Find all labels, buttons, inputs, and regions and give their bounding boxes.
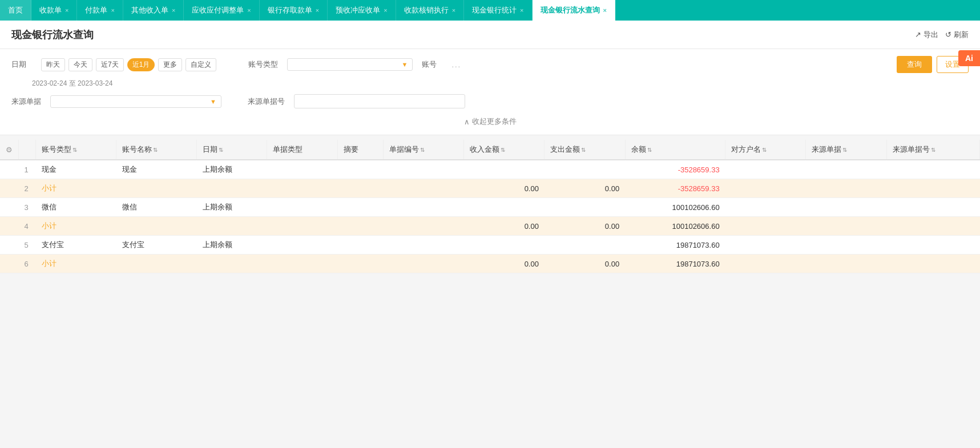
th-index xyxy=(19,140,36,160)
source-doc-arrow: ▼ xyxy=(210,98,216,105)
nav-item-银行存取款单[interactable]: 银行存取款单× xyxy=(260,0,328,21)
row-income: 0.00 xyxy=(464,179,545,198)
ai-assistant-badge[interactable]: Ai xyxy=(958,50,980,66)
row-doc-type xyxy=(267,179,337,198)
nav-item-首页[interactable]: 首页 xyxy=(0,0,31,21)
nav-close-icon[interactable]: × xyxy=(247,7,251,14)
row-counterparty xyxy=(725,255,806,273)
row-counterparty xyxy=(725,198,806,217)
nav-item-付款单[interactable]: 付款单× xyxy=(77,0,123,21)
nav-close-icon[interactable]: × xyxy=(384,7,387,14)
date-btn-自定义[interactable]: 自定义 xyxy=(185,58,216,71)
th-account_type[interactable]: 账号类型⇅ xyxy=(36,140,116,160)
query-button[interactable]: 查询 xyxy=(897,56,932,73)
nav-item-应收应付调整单[interactable]: 应收应付调整单× xyxy=(184,0,259,21)
date-btn-近1月[interactable]: 近1月 xyxy=(127,58,155,71)
sort-icon: ⇅ xyxy=(931,147,935,153)
date-btn-近7天[interactable]: 近7天 xyxy=(96,58,124,71)
row-counterparty xyxy=(725,217,806,236)
row-source-doc xyxy=(806,179,886,198)
row-date: 上期余额 xyxy=(197,198,267,217)
row-account-type: 小计 xyxy=(36,217,116,236)
row-gear-cell xyxy=(0,255,19,273)
th-source_doc[interactable]: 来源单据⇅ xyxy=(806,140,886,160)
gear-icon[interactable]: ⚙ xyxy=(6,146,13,154)
row-expense: 0.00 xyxy=(545,255,625,273)
th-doc_no[interactable]: 单据编号⇅ xyxy=(384,140,464,160)
nav-item-收款单[interactable]: 收款单× xyxy=(31,0,77,21)
row-account-type: 支付宝 xyxy=(36,236,116,255)
row-source-doc xyxy=(806,236,886,255)
nav-close-icon[interactable]: × xyxy=(65,7,68,14)
nav-item-现金银行流水查询[interactable]: 现金银行流水查询× xyxy=(533,0,615,21)
nav-item-预收冲应收单[interactable]: 预收冲应收单× xyxy=(328,0,396,21)
nav-close-icon[interactable]: × xyxy=(603,7,607,14)
source-doc-no-input[interactable] xyxy=(294,94,465,108)
row-doc-type xyxy=(267,160,337,179)
row-index: 2 xyxy=(19,179,36,198)
sort-icon: ⇅ xyxy=(153,147,158,153)
row-account-name xyxy=(116,255,197,273)
row-gear-cell xyxy=(0,160,19,179)
row-account-name: 现金 xyxy=(116,160,197,179)
row-source-doc-no xyxy=(886,198,979,217)
source-doc-select[interactable]: ▼ xyxy=(50,95,221,108)
row-date xyxy=(197,179,267,198)
th-counterparty[interactable]: 对方户名⇅ xyxy=(725,140,806,160)
nav-close-icon[interactable]: × xyxy=(111,7,114,14)
row-summary xyxy=(338,160,384,179)
table-row: 6小计0.000.0019871073.60 xyxy=(0,255,980,273)
nav-item-其他收入单[interactable]: 其他收入单× xyxy=(123,0,184,21)
nav-item-现金银行统计[interactable]: 现金银行统计× xyxy=(464,0,532,21)
row-summary xyxy=(338,217,384,236)
row-summary xyxy=(338,179,384,198)
th-balance[interactable]: 余额⇅ xyxy=(625,140,725,160)
row-summary xyxy=(338,198,384,217)
collapse-button[interactable]: ∧ 收起更多条件 xyxy=(11,114,969,130)
nav-close-icon[interactable]: × xyxy=(172,7,175,14)
row-counterparty xyxy=(725,160,806,179)
table-header: ⚙账号类型⇅账号名称⇅日期⇅单据类型摘要单据编号⇅收入金额⇅支出金额⇅余额⇅对方… xyxy=(0,140,980,160)
row-expense: 0.00 xyxy=(545,179,625,198)
sort-icon: ⇅ xyxy=(842,147,847,153)
table-body: 1现金现金上期余额-3528659.332小计0.000.00-3528659.… xyxy=(0,160,980,273)
date-btn-更多[interactable]: 更多 xyxy=(158,58,182,71)
nav-item-收款核销执行[interactable]: 收款核销执行× xyxy=(396,0,464,21)
table-row: 1现金现金上期余额-3528659.33 xyxy=(0,160,980,179)
nav-close-icon[interactable]: × xyxy=(316,7,319,14)
th-expense[interactable]: 支出金额⇅ xyxy=(545,140,625,160)
row-source-doc-no xyxy=(886,160,979,179)
row-income xyxy=(464,198,545,217)
nav-close-icon[interactable]: × xyxy=(520,7,523,14)
th-account_name[interactable]: 账号名称⇅ xyxy=(116,140,197,160)
row-income xyxy=(464,236,545,255)
row-account-type: 微信 xyxy=(36,198,116,217)
export-button[interactable]: ↗ 导出 xyxy=(915,30,938,40)
filter-row-2: 来源单据 ▼ 来源单据号 xyxy=(11,94,969,108)
date-filter-label: 日期 xyxy=(11,59,32,70)
account-type-select[interactable]: ▼ xyxy=(287,58,413,71)
row-income: 0.00 xyxy=(464,255,545,273)
account-dots-button[interactable]: ... xyxy=(451,60,461,69)
table-row: 5支付宝支付宝上期余额19871073.60 xyxy=(0,236,980,255)
row-doc-type xyxy=(267,217,337,236)
row-income: 0.00 xyxy=(464,217,545,236)
sort-icon: ⇅ xyxy=(762,147,767,153)
row-source-doc xyxy=(806,255,886,273)
th-source_doc_no[interactable]: 来源单据号⇅ xyxy=(886,140,979,160)
th-date[interactable]: 日期⇅ xyxy=(197,140,267,160)
sort-icon: ⇅ xyxy=(72,147,77,153)
nav-close-icon[interactable]: × xyxy=(452,7,455,14)
filter-bar: 日期 昨天今天近7天近1月更多自定义 账号类型 ▼ 账号 ... 查询 设置 2… xyxy=(0,49,980,135)
refresh-button[interactable]: ↺ 刷新 xyxy=(945,30,969,40)
date-btn-今天[interactable]: 今天 xyxy=(68,58,92,71)
date-buttons: 昨天今天近7天近1月更多自定义 xyxy=(41,58,216,71)
header-actions: ↗ 导出 ↺ 刷新 xyxy=(915,30,969,40)
th-income[interactable]: 收入金额⇅ xyxy=(464,140,545,160)
row-expense xyxy=(545,198,625,217)
row-doc-type xyxy=(267,236,337,255)
row-account-name: 微信 xyxy=(116,198,197,217)
row-summary xyxy=(338,255,384,273)
row-balance: 19871073.60 xyxy=(625,255,725,273)
date-btn-昨天[interactable]: 昨天 xyxy=(41,58,65,71)
